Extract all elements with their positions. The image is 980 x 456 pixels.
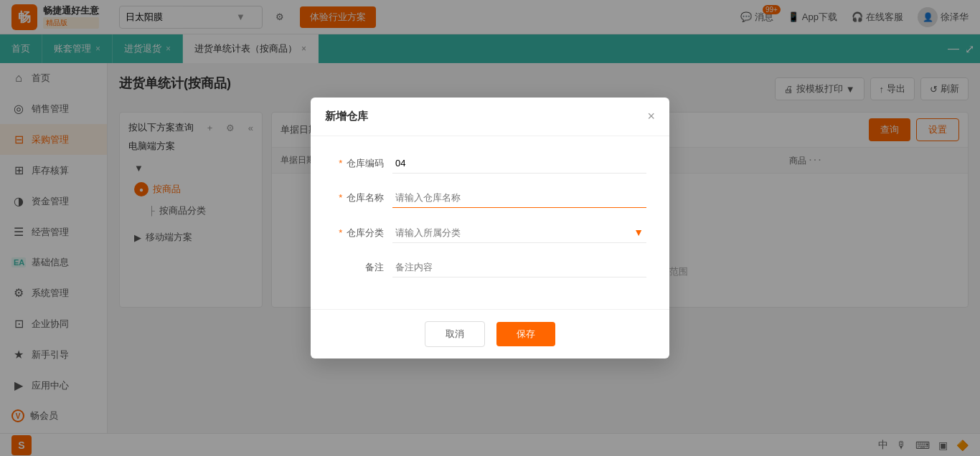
code-label: * 仓库编码 [334, 157, 384, 170]
category-dropdown-icon: ▼ [633, 227, 644, 238]
modal-close-button[interactable]: × [647, 109, 655, 124]
warehouse-note-input[interactable] [392, 257, 646, 277]
warehouse-note-row: 备注 [334, 257, 646, 277]
note-label: 备注 [334, 261, 384, 274]
modal-header: 新增仓库 × [311, 98, 669, 136]
modal-title: 新增仓库 [325, 110, 368, 123]
cancel-button[interactable]: 取消 [425, 321, 485, 347]
warehouse-code-row: * 仓库编码 [334, 153, 646, 174]
name-label: * 仓库名称 [334, 191, 384, 204]
add-warehouse-modal: 新增仓库 × * 仓库编码 * 仓库名称 [311, 98, 669, 358]
save-button[interactable]: 保存 [496, 322, 555, 346]
modal-footer: 取消 保存 [311, 309, 669, 358]
category-select-wrapper[interactable]: ▼ [392, 222, 646, 243]
category-label: * 仓库分类 [334, 227, 384, 239]
warehouse-name-input[interactable] [392, 188, 646, 208]
warehouse-category-row: * 仓库分类 ▼ [334, 222, 646, 243]
modal-body: * 仓库编码 * 仓库名称 * 仓库分类 [311, 136, 669, 309]
warehouse-code-input[interactable] [392, 153, 646, 174]
category-select-input[interactable] [395, 227, 633, 238]
modal-overlay[interactable]: 新增仓库 × * 仓库编码 * 仓库名称 [0, 0, 980, 456]
warehouse-name-row: * 仓库名称 [334, 188, 646, 208]
